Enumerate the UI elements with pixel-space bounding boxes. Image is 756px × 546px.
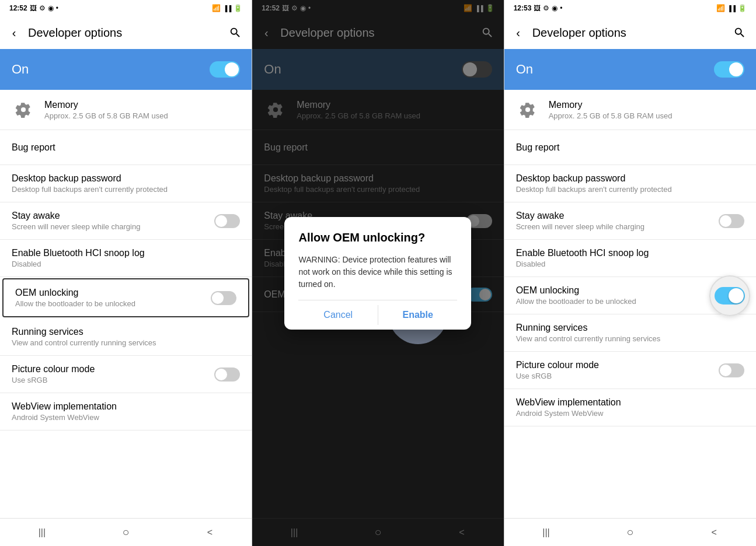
nav-btn-0[interactable]: ||| xyxy=(535,521,558,544)
toggle-knob xyxy=(720,365,731,376)
small-toggle[interactable] xyxy=(719,363,744,377)
nav-btn-0[interactable]: ||| xyxy=(30,521,54,544)
running_services-text: Running services View and control curren… xyxy=(516,323,744,343)
nav-btn-2[interactable]: < xyxy=(198,521,221,544)
enable-button[interactable]: Enable xyxy=(378,300,458,330)
toggle-knob xyxy=(212,292,224,304)
bug_report-text: Bug report xyxy=(516,142,744,153)
back-button[interactable]: ‹ xyxy=(2,21,26,44)
stay_awake-text: Stay awake Screen will never sleep while… xyxy=(12,211,205,231)
settings-item-bug_report[interactable]: Bug report xyxy=(0,130,252,165)
desktop_backup-subtitle: Desktop full backups aren't currently pr… xyxy=(516,185,744,194)
small-toggle[interactable] xyxy=(719,214,744,228)
status-left: 12:53 🖼 ⚙ ◉ • xyxy=(514,4,563,12)
settings-item-webview[interactable]: WebView implementation Android System We… xyxy=(0,393,252,430)
memory-icon xyxy=(12,98,35,121)
toggle-knob xyxy=(215,369,227,380)
nav-btn-2[interactable]: < xyxy=(702,521,726,544)
settings-item-webview[interactable]: WebView implementation Android System We… xyxy=(504,389,756,426)
bug_report-text: Bug report xyxy=(12,142,240,153)
status-icon-sync: ⚙ xyxy=(39,4,46,12)
settings-item-bluetooth_hci[interactable]: Enable Bluetooth HCI snoop log Disabled xyxy=(504,240,756,277)
status-icon-shield: ◉ xyxy=(48,4,54,12)
on-header[interactable]: On xyxy=(0,49,252,90)
stay_awake-title: Stay awake xyxy=(12,211,205,221)
settings-item-stay_awake[interactable]: Stay awake Screen will never sleep while… xyxy=(0,202,252,240)
settings-item-bluetooth_hci[interactable]: Enable Bluetooth HCI snoop log Disabled xyxy=(0,240,252,277)
stay_awake-toggle[interactable] xyxy=(214,214,240,228)
signal-icon: ▐▐ xyxy=(727,5,736,12)
picture_colour-subtitle: Use sRGB xyxy=(516,372,709,380)
cancel-button[interactable]: Cancel xyxy=(298,300,378,330)
stay_awake-subtitle: Screen will never sleep while charging xyxy=(516,222,709,231)
small-toggle[interactable] xyxy=(214,214,240,228)
desktop_backup-subtitle: Desktop full backups aren't currently pr… xyxy=(12,185,240,194)
phone-panel-2: 12:52 🖼 ⚙ ◉ • 📶 ▐▐ 🔋 ‹ Developer options… xyxy=(252,0,503,546)
webview-subtitle: Android System WebView xyxy=(516,409,744,418)
status-time: 12:53 xyxy=(514,4,532,12)
content-area: Memory Approx. 2.5 GB of 5.8 GB RAM used… xyxy=(504,90,756,518)
on-header[interactable]: On xyxy=(504,49,756,90)
main-toggle[interactable] xyxy=(714,61,744,78)
bluetooth_hci-text: Enable Bluetooth HCI snoop log Disabled xyxy=(12,248,240,268)
bottom-nav: |||○< xyxy=(0,518,252,546)
webview-subtitle: Android System WebView xyxy=(12,413,240,422)
stay_awake-text: Stay awake Screen will never sleep while… xyxy=(516,211,709,231)
memory-subtitle: Approx. 2.5 GB of 5.8 GB RAM used xyxy=(44,111,240,120)
status-icon-shield: ◉ xyxy=(552,4,558,12)
desktop_backup-text: Desktop backup password Desktop full bac… xyxy=(12,173,240,194)
oem_unlocking-text: OEM unlocking Allow the bootloader to be… xyxy=(15,288,201,308)
settings-item-picture_colour[interactable]: Picture colour mode Use sRGB xyxy=(0,356,252,393)
main-toggle[interactable] xyxy=(210,61,240,78)
settings-item-picture_colour[interactable]: Picture colour mode Use sRGB xyxy=(504,352,756,389)
back-button[interactable]: ‹ xyxy=(507,21,530,44)
dialog-overlay[interactable]: Allow OEM unlocking? WARNING: Device pro… xyxy=(252,0,503,546)
desktop_backup-text: Desktop backup password Desktop full bac… xyxy=(516,173,744,194)
nav-btn-1[interactable]: ○ xyxy=(618,521,642,544)
picture_colour-toggle[interactable] xyxy=(719,363,744,377)
status-right: 📶 ▐▐ 🔋 xyxy=(212,4,242,12)
settings-item-running_services[interactable]: Running services View and control curren… xyxy=(0,318,252,356)
bluetooth_hci-title: Enable Bluetooth HCI snoop log xyxy=(12,248,240,258)
page-title: Developer options xyxy=(26,26,224,40)
status-dot: • xyxy=(56,4,58,12)
status-bar: 12:53 🖼 ⚙ ◉ • 📶 ▐▐ 🔋 xyxy=(504,0,756,16)
status-bar: 12:52 🖼 ⚙ ◉ • 📶 ▐▐ 🔋 xyxy=(0,0,252,16)
toggle-knob xyxy=(215,215,227,227)
webview-text: WebView implementation Android System We… xyxy=(516,397,744,418)
search-button[interactable] xyxy=(224,21,247,44)
running_services-subtitle: View and control currently running servi… xyxy=(12,338,240,347)
phone-panel-3: 12:53 🖼 ⚙ ◉ • 📶 ▐▐ 🔋 ‹ Developer options… xyxy=(504,0,756,546)
dialog-content: WARNING: Device protection features will… xyxy=(298,254,457,290)
memory-item[interactable]: Memory Approx. 2.5 GB of 5.8 GB RAM used xyxy=(0,90,252,130)
settings-item-desktop_backup[interactable]: Desktop backup password Desktop full bac… xyxy=(504,165,756,202)
search-button[interactable] xyxy=(728,21,751,44)
stay_awake-toggle[interactable] xyxy=(719,214,744,228)
oem-big-toggle[interactable] xyxy=(715,287,745,304)
settings-item-oem_unlocking[interactable]: OEM unlocking Allow the bootloader to be… xyxy=(2,278,249,317)
running_services-title: Running services xyxy=(12,327,240,337)
settings-item-stay_awake[interactable]: Stay awake Screen will never sleep while… xyxy=(504,202,756,240)
picture_colour-toggle[interactable] xyxy=(214,368,240,382)
toggle-knob xyxy=(729,62,743,76)
stay_awake-title: Stay awake xyxy=(516,211,709,221)
status-right: 📶 ▐▐ 🔋 xyxy=(716,4,747,12)
nav-btn-1[interactable]: ○ xyxy=(114,521,138,544)
small-toggle[interactable] xyxy=(214,368,240,382)
settings-item-bug_report[interactable]: Bug report xyxy=(504,130,756,165)
oem_unlocking-toggle[interactable] xyxy=(211,291,236,305)
memory-icon xyxy=(516,98,539,121)
dialog-title: Allow OEM unlocking? xyxy=(298,231,457,244)
picture_colour-title: Picture colour mode xyxy=(516,360,709,370)
picture_colour-title: Picture colour mode xyxy=(12,364,205,374)
status-icon-camera: 🖼 xyxy=(534,4,541,12)
bug_report-title: Bug report xyxy=(516,142,744,153)
status-icon-camera: 🖼 xyxy=(30,4,37,12)
memory-item[interactable]: Memory Approx. 2.5 GB of 5.8 GB RAM used xyxy=(504,90,756,130)
small-toggle[interactable] xyxy=(211,291,236,305)
settings-item-running_services[interactable]: Running services View and control curren… xyxy=(504,314,756,352)
oem_unlocking-subtitle: Allow the bootloader to be unlocked xyxy=(15,299,201,308)
oem-dialog: Allow OEM unlocking? WARNING: Device pro… xyxy=(284,217,471,330)
bluetooth_hci-subtitle: Disabled xyxy=(516,260,744,268)
settings-item-desktop_backup[interactable]: Desktop backup password Desktop full bac… xyxy=(0,165,252,202)
